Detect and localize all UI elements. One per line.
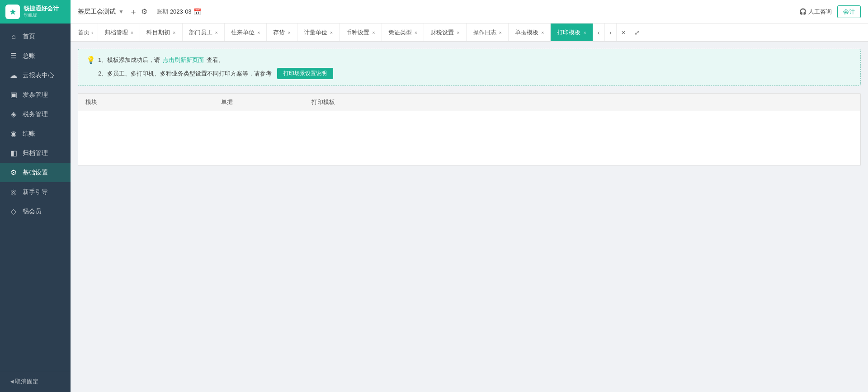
tab-receipt-template-label: 单据模板: [515, 28, 538, 37]
sidebar-item-archive-label: 归档管理: [23, 149, 48, 157]
tab-vendor-close[interactable]: ×: [257, 30, 260, 35]
tab-unit-close[interactable]: ×: [330, 30, 333, 35]
tab-expand-button[interactable]: ⤢: [630, 24, 644, 42]
topbar-right: 🎧 人工咨询 会计: [799, 5, 861, 18]
archive-icon: ◧: [9, 149, 18, 157]
tab-subject-init-close[interactable]: ×: [173, 30, 175, 35]
tab-print-template-close[interactable]: ×: [583, 30, 586, 35]
tab-currency[interactable]: 币种设置 ×: [340, 24, 382, 42]
sidebar-item-invoice-label: 发票管理: [23, 91, 48, 99]
period-calendar-icon[interactable]: 📅: [193, 8, 201, 15]
logo-text-group: 畅捷通好会计 旗舰版: [24, 5, 59, 19]
sidebar-item-home[interactable]: ⌂ 首页: [0, 27, 71, 46]
tab-next-button[interactable]: ›: [605, 24, 617, 42]
add-tab-button[interactable]: ＋: [129, 6, 137, 17]
company-selector[interactable]: 基层工会测试 ▼: [78, 8, 124, 16]
info-row-1: 💡 1、模板添加成功后，请 点击刷新新页面 查看。: [86, 56, 852, 64]
tab-unit[interactable]: 计量单位 ×: [297, 24, 340, 42]
info-text-1-before: 1、模板添加成功后，请: [98, 56, 160, 64]
reports-icon: ☁: [9, 71, 18, 80]
tab-unit-label: 计量单位: [304, 28, 327, 37]
tab-tax-settings[interactable]: 财税设置 ×: [424, 24, 466, 42]
tab-subject-init-label: 科目期初: [146, 28, 170, 37]
tab-dept-staff-label: 部门员工: [189, 28, 212, 37]
accountant-button[interactable]: 会计: [837, 5, 861, 18]
table-col-module: 模块: [78, 98, 214, 106]
tab-tax-settings-close[interactable]: ×: [457, 30, 459, 35]
tab-dept-staff[interactable]: 部门员工 ×: [183, 24, 225, 42]
logo-subtitle: 旗舰版: [24, 12, 59, 19]
tab-tax-settings-label: 财税设置: [430, 28, 454, 37]
close-account-icon: ◉: [9, 129, 18, 138]
tab-voucher-type-label: 凭证类型: [388, 28, 412, 37]
sidebar-logo: ★ 畅捷通好会计 旗舰版: [0, 0, 71, 24]
tab-currency-close[interactable]: ×: [372, 30, 375, 35]
sidebar-item-settings[interactable]: ⚙ 基础设置: [0, 163, 71, 182]
tab-voucher-type[interactable]: 凭证类型 ×: [382, 24, 424, 42]
sidebar-item-close[interactable]: ◉ 结账: [0, 124, 71, 143]
tab-voucher-type-close[interactable]: ×: [415, 30, 417, 35]
home-icon: ⌂: [9, 33, 18, 41]
ledger-icon: ☰: [9, 52, 18, 60]
sidebar-item-reports[interactable]: ☁ 云报表中心: [0, 66, 71, 85]
service-label: 人工咨询: [808, 8, 832, 16]
tab-operation-log-close[interactable]: ×: [499, 30, 502, 35]
sidebar-item-ledger-label: 总账: [23, 52, 35, 60]
guide-icon: ◎: [9, 188, 18, 196]
tab-receipt-template-close[interactable]: ×: [541, 30, 544, 35]
sidebar-item-member[interactable]: ◇ 畅会员: [0, 202, 71, 221]
company-dropdown-icon: ▼: [118, 9, 124, 15]
tab-home[interactable]: 首页 ‹: [71, 24, 98, 42]
tab-operation-log[interactable]: 操作日志 ×: [467, 24, 509, 42]
tax-icon: ◈: [9, 110, 18, 118]
table-header: 模块 单据 打印模板: [78, 93, 861, 111]
sidebar-item-invoice[interactable]: ▣ 发票管理: [0, 85, 71, 104]
sidebar-unpin-button[interactable]: ◄取消固定: [0, 371, 71, 392]
company-name: 基层工会测试: [78, 8, 116, 16]
settings-button[interactable]: ⚙: [141, 7, 147, 16]
period-label: 账期: [156, 8, 168, 16]
tab-dept-staff-close[interactable]: ×: [215, 30, 218, 35]
sidebar-item-archive[interactable]: ◧ 归档管理: [0, 143, 71, 163]
service-button[interactable]: 🎧 人工咨询: [799, 8, 832, 16]
sidebar-item-tax[interactable]: ◈ 税务管理: [0, 104, 71, 124]
sidebar-item-settings-label: 基础设置: [23, 169, 48, 177]
settings-icon: ⚙: [9, 168, 18, 177]
sidebar-item-guide-label: 新手引导: [23, 188, 48, 196]
content-wrapper: 隐藏预置模板设置 💡 1、模板添加成功后，请 点击刷新新页面 查看。 2、多员工…: [78, 49, 861, 165]
topbar-actions: ＋ ⚙: [129, 6, 147, 17]
tab-archive-mgmt-label: 归档管理: [104, 28, 128, 37]
tab-inventory[interactable]: 存货 ×: [267, 24, 297, 42]
tab-close-all-button[interactable]: ×: [617, 24, 630, 42]
headset-icon: 🎧: [799, 8, 807, 15]
tab-archive-mgmt-close[interactable]: ×: [131, 30, 133, 35]
period-value: 2023-03: [170, 8, 192, 15]
tab-print-template-label: 打印模板: [557, 28, 580, 37]
tab-print-template[interactable]: 打印模板 ×: [551, 24, 593, 42]
table-col-receipt: 单据: [214, 98, 304, 106]
sidebar-item-tax-label: 税务管理: [23, 110, 48, 118]
tab-home-label: 首页: [78, 28, 90, 37]
sidebar-item-member-label: 畅会员: [23, 208, 42, 216]
info-text-1-after: 查看。: [207, 56, 224, 64]
tab-inventory-close[interactable]: ×: [288, 30, 290, 35]
period-display: 账期 2023-03 📅: [156, 8, 201, 16]
tab-vendor-label: 往来单位: [231, 28, 255, 37]
tab-vendor[interactable]: 往来单位 ×: [225, 24, 267, 42]
sidebar-item-ledger[interactable]: ☰ 总账: [0, 46, 71, 66]
sidebar-footer-label: ◄取消固定: [9, 378, 38, 386]
print-template-table: 模块 单据 打印模板: [78, 93, 861, 165]
info-refresh-link[interactable]: 点击刷新新页面: [163, 56, 204, 64]
tab-subject-init[interactable]: 科目期初 ×: [140, 24, 182, 42]
tab-receipt-template[interactable]: 单据模板 ×: [509, 24, 551, 42]
sidebar-item-guide[interactable]: ◎ 新手引导: [0, 182, 71, 202]
topbar: 基层工会测试 ▼ ＋ ⚙ 账期 2023-03 📅 🎧 人工咨询 会计: [71, 0, 868, 24]
print-scene-explain-button[interactable]: 打印场景设置说明: [277, 68, 333, 79]
tab-prev-button[interactable]: ‹: [593, 24, 605, 42]
tab-archive-mgmt[interactable]: 归档管理 ×: [98, 24, 140, 42]
info-box-content: 💡 1、模板添加成功后，请 点击刷新新页面 查看。 2、多员工、多打印机、多种业…: [86, 56, 852, 79]
sidebar-item-home-label: 首页: [23, 33, 35, 41]
sidebar-nav: ⌂ 首页 ☰ 总账 ☁ 云报表中心 ▣ 发票管理 ◈ 税务管理 ◉ 结账 ◧ 归…: [0, 24, 71, 371]
main-area: 基层工会测试 ▼ ＋ ⚙ 账期 2023-03 📅 🎧 人工咨询 会计 首页 ‹…: [71, 0, 868, 392]
bulb-icon: 💡: [86, 56, 95, 64]
